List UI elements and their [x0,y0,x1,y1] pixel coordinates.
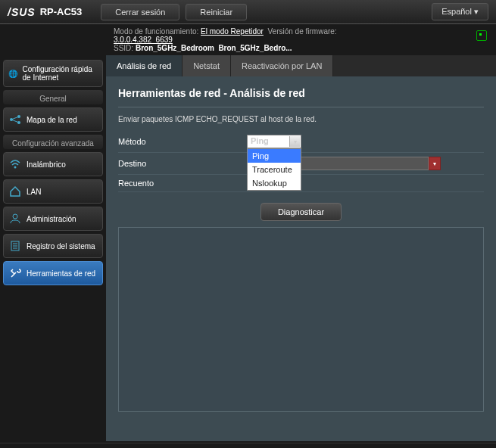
ssid-2: Bron_5GHz_Bedro... [218,44,292,52]
sidebar-item-label: Inalámbrico [27,160,66,169]
panel-title: Herramientas de red - Análisis de red [118,87,484,107]
tabs: Análisis de red Netstat Reactivación por… [106,55,496,76]
svg-line-4 [11,120,19,123]
network-map-icon [8,113,22,126]
svg-line-3 [11,117,19,120]
home-icon [8,185,22,198]
header-buttons: Cerrar sesión Reiniciar [101,4,247,20]
tab-analysis[interactable]: Análisis de red [106,55,182,76]
footer: ? Help & Soporte técnico Manual | Utilid… [0,443,496,448]
sidebar-item-label: Registro del sistema [27,242,95,250]
count-label: Recuento [118,179,247,188]
row-method: Método Ping ▾ Ping Traceroute Nslookup [118,131,484,153]
method-option-nslookup[interactable]: Nslookup [248,176,301,190]
sidebar-item-wireless[interactable]: Inalámbrico [3,152,103,176]
admin-icon [8,212,22,226]
method-option-traceroute[interactable]: Traceroute [248,163,301,176]
diagnose-button[interactable]: Diagnosticar [260,203,342,221]
container: 🌐 Configuración rápida de Internet Gener… [0,55,496,443]
firmware-link[interactable]: 3.0.0.4.382_6639 [114,36,173,44]
led-status-icon[interactable] [476,30,487,41]
sidebar-quick-setup[interactable]: 🌐 Configuración rápida de Internet [3,60,103,87]
method-option-ping[interactable]: Ping [248,149,301,163]
chevron-down-icon: ▾ [474,7,479,16]
sidebar-category-advanced: Configuración avanzada [3,135,103,149]
globe-icon: 🌐 [8,67,18,80]
sidebar-item-map[interactable]: Mapa de la red [3,107,103,132]
svg-point-5 [14,166,17,169]
tab-wol[interactable]: Reactivación por LAN [231,55,333,76]
ssid-label: SSID: [114,44,133,52]
language-button[interactable]: Español ▾ [432,3,488,20]
destination-dropdown-button[interactable]: ▾ [429,157,441,170]
method-select[interactable]: Ping ▾ [247,135,301,148]
method-select-wrap: Ping ▾ Ping Traceroute Nslookup [247,135,301,148]
destination-label: Destino [118,159,247,168]
log-icon [8,239,22,253]
sidebar-item-label: LAN [27,188,41,196]
sidebar-item-admin[interactable]: Administración [3,207,103,231]
sidebar-category-general: General [3,90,103,104]
model-name: RP-AC53 [40,6,83,17]
tools-icon [8,266,22,280]
firmware-label: Versión de firmware: [267,27,336,36]
method-value: Ping [251,136,269,145]
brand-logo: /SUS [8,6,36,18]
ssid-1: Bron_5GHz_Bedroom [136,44,214,52]
sidebar-item-label: Administración [27,215,76,223]
svg-point-6 [13,214,17,219]
info-bar: Modo de funcionamiento: El modo Repetido… [0,24,496,55]
logo-area: /SUS RP-AC53 [8,6,82,18]
mode-label: Modo de funcionamiento: [114,27,198,36]
method-dropdown: Ping Traceroute Nslookup [247,148,301,191]
sidebar-item-syslog[interactable]: Registro del sistema [3,234,103,258]
output-textarea[interactable] [118,227,484,412]
main-content: Análisis de red Netstat Reactivación por… [106,55,496,443]
language-label: Español [441,7,472,16]
sidebar-item-label: Configuración rápida de Internet [23,65,98,82]
method-label: Método [118,137,247,146]
chevron-down-icon: ▾ [289,136,300,147]
header: /SUS RP-AC53 Cerrar sesión Reiniciar Esp… [0,0,496,24]
sidebar-item-lan[interactable]: LAN [3,179,103,204]
panel: Herramientas de red - Análisis de red En… [106,76,496,441]
mode-link[interactable]: El modo Repetidor [201,27,264,36]
sidebar-item-label: Herramientas de red [27,269,95,278]
tab-netstat[interactable]: Netstat [182,55,231,76]
panel-description: Enviar paquetes ICMP ECHO_REQUEST al hos… [118,107,484,131]
sidebar-item-label: Mapa de la red [27,116,77,124]
wifi-icon [8,157,22,171]
sidebar: 🌐 Configuración rápida de Internet Gener… [0,55,106,443]
logout-button[interactable]: Cerrar sesión [101,4,179,20]
reboot-button[interactable]: Reiniciar [186,4,247,20]
sidebar-item-nettools[interactable]: Herramientas de red [3,261,103,285]
